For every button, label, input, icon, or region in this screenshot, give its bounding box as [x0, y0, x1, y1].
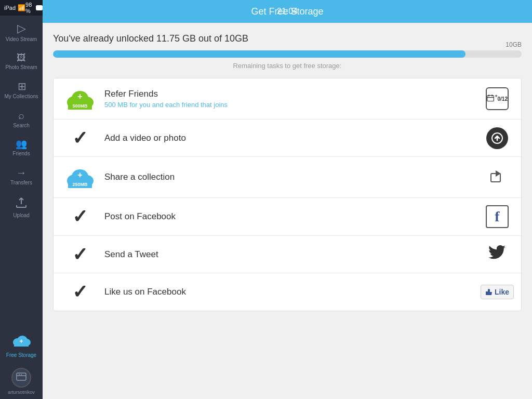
sidebar-item-video-stream[interactable]: ▷ Video Stream	[0, 18, 43, 48]
sidebar-label-free-storage: Free Storage	[6, 352, 36, 358]
main-content: 21:04 Get Free Storage You've already un…	[43, 0, 532, 399]
like-button[interactable]: Like	[481, 285, 514, 299]
tweet-title: Send a Tweet	[104, 249, 475, 260]
tweet-text: Send a Tweet	[98, 249, 482, 260]
like-facebook-action[interactable]: Like	[482, 285, 513, 299]
task-add-video-photo[interactable]: ✓ Add a video or photo	[54, 119, 521, 157]
sidebar-item-my-collections[interactable]: ⊞ My Collections	[0, 76, 43, 105]
share-icon	[489, 167, 506, 187]
sidebar-item-photo-stream[interactable]: 🖼 Photo Stream	[0, 48, 43, 76]
like-facebook-icon-area: ✓	[62, 281, 98, 303]
like-facebook-text: Like us on Facebook	[98, 287, 482, 297]
username-label: artursotnikov	[8, 390, 35, 395]
add-media-icon-area: ✓	[62, 127, 98, 149]
task-refer-friends[interactable]: + 500MB Refer Friends 500 MB for you and…	[54, 78, 521, 119]
refer-friends-text: Refer Friends 500 MB for you and each fr…	[98, 89, 482, 109]
user-profile[interactable]: artursotnikov	[0, 364, 43, 399]
sidebar-label-video-stream: Video Stream	[6, 36, 37, 43]
svg-point-8	[21, 374, 22, 375]
upload-circle-icon	[486, 127, 508, 149]
checkmark-icon: ✓	[72, 127, 88, 149]
sidebar-bottom: + Free Storage artursotnikov	[0, 327, 43, 399]
sidebar-item-friends[interactable]: 👥 Friends	[0, 134, 43, 162]
like-label: Like	[495, 288, 509, 296]
refer-friends-action: + 0/12	[482, 87, 513, 110]
checkmark-icon: ✓	[72, 281, 88, 303]
progress-max-label: 10GB	[506, 41, 522, 48]
sidebar-label-friends: Friends	[12, 151, 30, 157]
system-time: 21:04	[277, 7, 298, 16]
content-area: You've already unlocked 11.75 GB out of …	[43, 23, 532, 399]
svg-rect-15	[487, 96, 494, 101]
upload-icon	[15, 196, 28, 210]
sidebar-label-transfers: Transfers	[10, 180, 32, 186]
cloud-green-badge: + 500MB	[65, 86, 95, 112]
sidebar-label-my-collections: My Collections	[4, 94, 38, 100]
task-post-facebook[interactable]: ✓ Post on Facebook f	[54, 198, 521, 236]
refer-count: 0/12	[498, 96, 508, 102]
sidebar-item-transfers[interactable]: → Transfers	[0, 162, 43, 191]
cloud-blue-badge: + 250MB	[65, 164, 95, 190]
share-collection-text: Share a collection	[98, 172, 482, 182]
sidebar-nav: ▷ Video Stream 🖼 Photo Stream ⊞ My Colle…	[0, 16, 43, 327]
storage-headline: You've already unlocked 11.75 GB out of …	[53, 33, 522, 44]
sidebar-label-upload: Upload	[13, 212, 30, 219]
like-facebook-title: Like us on Facebook	[104, 287, 475, 297]
refer-friends-icon-area: + 500MB	[62, 86, 98, 112]
share-collection-icon-area: + 250MB	[62, 164, 98, 190]
add-media-text: Add a video or photo	[98, 133, 482, 143]
refer-friends-title: Refer Friends	[104, 89, 475, 99]
transfers-icon: →	[16, 167, 26, 178]
tasks-list: + 500MB Refer Friends 500 MB for you and…	[53, 78, 522, 311]
twitter-icon	[488, 245, 506, 263]
add-media-action	[482, 127, 513, 149]
svg-text:+: +	[19, 338, 23, 345]
storage-info: You've already unlocked 11.75 GB out of …	[53, 33, 522, 70]
task-send-tweet[interactable]: ✓ Send a Tweet	[54, 236, 521, 273]
video-stream-icon: ▷	[17, 23, 26, 34]
share-collection-action	[482, 167, 513, 187]
wifi-icon: 📶	[18, 4, 25, 11]
tweet-action	[482, 245, 513, 263]
status-bar: iPad 📶 98 %	[0, 0, 43, 16]
battery-percentage: 98 %	[25, 2, 34, 14]
battery-icon	[36, 5, 43, 10]
sidebar-label-photo-stream: Photo Stream	[5, 64, 37, 71]
share-collection-title: Share a collection	[104, 172, 475, 182]
top-header: 21:04 Get Free Storage	[43, 0, 532, 23]
search-icon: ⌕	[18, 110, 24, 121]
facebook-post-title: Post on Facebook	[104, 211, 475, 222]
svg-text:500MB: 500MB	[72, 103, 88, 109]
task-like-facebook[interactable]: ✓ Like us on Facebook Like	[54, 273, 521, 311]
sidebar-item-upload[interactable]: Upload	[0, 191, 43, 224]
collections-icon: ⊞	[18, 81, 25, 91]
facebook-post-icon-area: ✓	[62, 206, 98, 228]
facebook-icon: f	[486, 205, 509, 228]
progress-container: 10GB	[53, 50, 522, 58]
friends-icon: 👥	[16, 139, 27, 149]
checkmark-icon: ✓	[72, 206, 88, 228]
sidebar-item-search[interactable]: ⌕ Search	[0, 105, 43, 134]
refer-counter-box: + 0/12	[486, 87, 509, 110]
facebook-post-action: f	[482, 205, 513, 228]
remaining-text: Remaining tasks to get free storage:	[53, 62, 522, 70]
sidebar-label-search: Search	[13, 123, 30, 129]
facebook-post-text: Post on Facebook	[98, 211, 482, 222]
task-share-collection[interactable]: + 250MB Share a collection	[54, 157, 521, 198]
sidebar-item-free-storage[interactable]: + Free Storage	[0, 327, 43, 364]
avatar	[11, 368, 31, 388]
add-media-title: Add a video or photo	[104, 133, 475, 143]
device-label: iPad	[4, 5, 16, 11]
sidebar: iPad 📶 98 % ▷ Video Stream 🖼 Photo Strea…	[0, 0, 43, 399]
progress-bar-fill	[53, 50, 466, 58]
svg-text:+: +	[77, 92, 82, 101]
tweet-icon-area: ✓	[62, 244, 98, 265]
svg-text:250MB: 250MB	[72, 182, 88, 187]
free-storage-icon: +	[12, 332, 31, 350]
svg-point-7	[19, 374, 20, 375]
progress-bar-bg	[53, 50, 522, 58]
svg-text:+: +	[77, 170, 82, 179]
photo-stream-icon: 🖼	[17, 53, 26, 62]
refer-friends-subtitle: 500 MB for you and each friend that join…	[104, 101, 475, 109]
checkmark-icon: ✓	[72, 244, 88, 265]
